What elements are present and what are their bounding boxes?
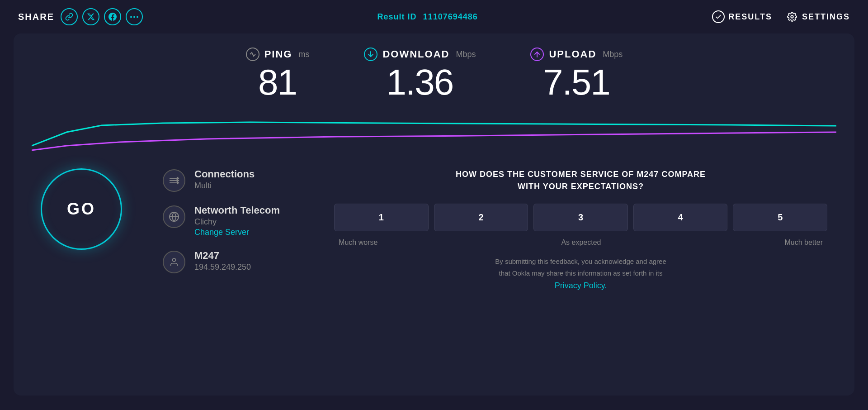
bottom-content: GO Connections [32, 168, 836, 293]
top-right-nav: RESULTS SETTINGS [712, 10, 850, 23]
download-stat: DOWNLOAD Mbps 1.36 [363, 47, 476, 100]
share-link-button[interactable] [61, 8, 78, 25]
survey-disclosure: By submitting this feedback, you acknowl… [334, 256, 827, 293]
survey-question: HOW DOES THE CUSTOMER SERVICE OF M247 CO… [334, 168, 827, 193]
svg-point-0 [130, 16, 132, 18]
survey-rating-2[interactable]: 2 [434, 204, 528, 231]
ping-icon [245, 47, 260, 62]
top-bar: SHARE [0, 0, 868, 33]
server-info: Connections Multi Networth Telecom Clich… [163, 168, 280, 273]
survey-rating-3[interactable]: 3 [533, 204, 628, 231]
privacy-policy-link[interactable]: Privacy Policy. [555, 281, 607, 290]
server-content: Networth Telecom Clichy Change Server [194, 205, 280, 237]
share-more-button[interactable] [126, 8, 143, 25]
download-icon [363, 47, 378, 62]
go-button-wrapper: GO [41, 168, 122, 250]
stats-row: PING ms 81 DOWNLOAD Mbps 1.36 [32, 47, 836, 100]
change-server-link[interactable]: Change Server [194, 228, 280, 237]
main-card: PING ms 81 DOWNLOAD Mbps 1.36 [14, 33, 854, 396]
go-label: GO [67, 200, 96, 219]
result-id: Result ID 11107694486 [377, 12, 478, 22]
connections-icon [163, 169, 185, 192]
result-id-value: 11107694486 [423, 12, 478, 21]
download-unit: Mbps [456, 50, 476, 59]
connections-label: Connections [194, 168, 255, 180]
share-section: SHARE [18, 8, 143, 25]
connections-row: Connections Multi [163, 168, 280, 192]
go-button[interactable]: GO [41, 168, 122, 250]
survey-buttons: 1 2 3 4 5 [334, 204, 827, 231]
upload-stat: UPLOAD Mbps 7.51 [530, 47, 623, 100]
settings-icon [786, 10, 798, 23]
results-icon [712, 10, 725, 23]
svg-point-2 [137, 16, 138, 18]
host-content: M247 194.59.249.250 [194, 250, 251, 272]
ping-label: PING [264, 48, 292, 60]
ping-unit: ms [298, 50, 309, 59]
upload-icon [530, 47, 544, 62]
host-ip: 194.59.249.250 [194, 262, 251, 272]
disclosure-text: By submitting this feedback, you acknowl… [495, 257, 666, 277]
download-label: DOWNLOAD [382, 48, 449, 60]
scale-right: Much better [785, 238, 823, 247]
download-header: DOWNLOAD Mbps [363, 47, 476, 62]
server-provider: Networth Telecom [194, 205, 280, 216]
results-button[interactable]: RESULTS [712, 10, 772, 23]
settings-button[interactable]: SETTINGS [786, 10, 850, 23]
svg-point-1 [133, 16, 135, 18]
upload-unit: Mbps [603, 50, 623, 59]
server-globe-icon [163, 205, 185, 228]
ping-header: PING ms [245, 47, 310, 62]
share-twitter-button[interactable] [82, 8, 99, 25]
ping-value: 81 [258, 64, 297, 100]
survey-rating-1[interactable]: 1 [334, 204, 429, 231]
svg-point-3 [791, 15, 793, 18]
survey-rating-5[interactable]: 5 [733, 204, 827, 231]
result-id-label: Result ID [377, 12, 417, 21]
share-facebook-button[interactable] [104, 8, 121, 25]
survey-scale: Much worse As expected Much better [334, 238, 827, 247]
survey-question-text: HOW DOES THE CUSTOMER SERVICE OF M247 CO… [456, 170, 706, 191]
download-value: 1.36 [387, 64, 453, 100]
connections-value: Multi [194, 181, 255, 191]
scale-left: Much worse [339, 238, 377, 247]
server-row: Networth Telecom Clichy Change Server [163, 205, 280, 237]
connections-content: Connections Multi [194, 168, 255, 191]
upload-value: 7.51 [543, 64, 610, 100]
survey-section: HOW DOES THE CUSTOMER SERVICE OF M247 CO… [334, 168, 827, 293]
server-location: Clichy [194, 217, 280, 227]
ping-stat: PING ms 81 [245, 47, 310, 100]
scale-center: As expected [561, 238, 601, 247]
share-label: SHARE [18, 12, 54, 22]
upload-header: UPLOAD Mbps [530, 47, 623, 62]
survey-rating-4[interactable]: 4 [633, 204, 728, 231]
host-row: M247 194.59.249.250 [163, 250, 280, 273]
svg-point-11 [172, 258, 175, 262]
host-provider: M247 [194, 250, 251, 262]
upload-label: UPLOAD [549, 48, 596, 60]
share-icons [61, 8, 143, 25]
host-icon [163, 251, 185, 273]
speed-graph [32, 110, 836, 155]
